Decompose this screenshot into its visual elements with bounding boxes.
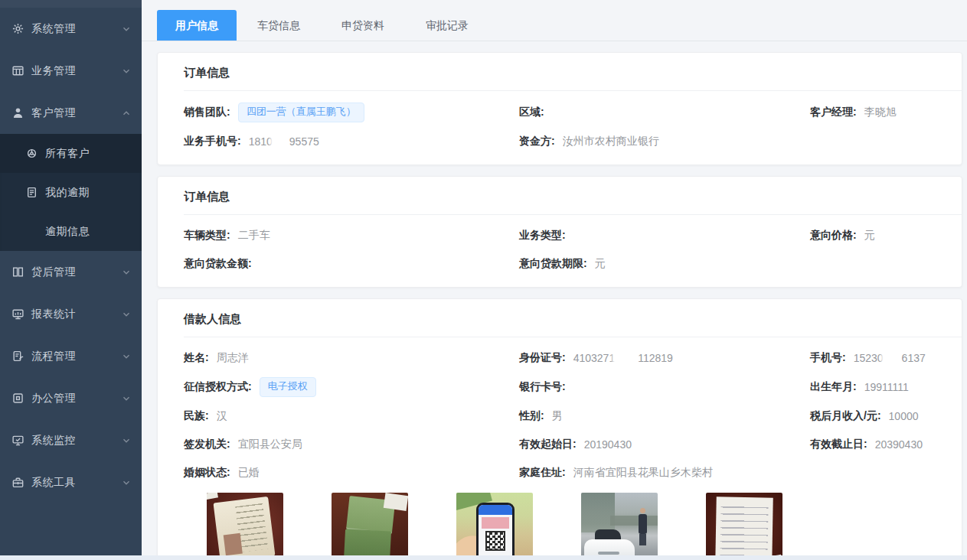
field-value: 宜阳县公安局 — [238, 438, 302, 451]
section-title: 借款人信息 — [184, 299, 962, 337]
field-marital-status: 婚姻状态: 已婚 — [184, 464, 519, 482]
chevron-down-icon — [122, 436, 131, 445]
field-label: 业务类型: — [519, 229, 566, 243]
field-home-address: 家庭住址: 河南省宜阳县花果山乡木柴村 — [519, 464, 810, 482]
chevron-down-icon — [122, 310, 131, 319]
field-label: 性别: — [519, 409, 544, 423]
monitor-chart-icon — [11, 308, 25, 321]
photo-id-card[interactable] — [207, 493, 283, 560]
field-value: 二手车 — [238, 229, 270, 243]
toolbox-icon — [11, 476, 25, 489]
sidebar-item-system-mgmt[interactable]: 系统管理 — [0, 8, 142, 50]
square-in-square-icon — [11, 392, 25, 405]
chevron-down-icon — [122, 394, 131, 403]
id-card-art — [214, 497, 276, 560]
field-label: 签发机关: — [184, 438, 230, 451]
field-value: 汝州市农村商业银行 — [563, 135, 659, 148]
field-label: 车辆类型: — [184, 229, 230, 243]
field-label: 区域: — [519, 106, 544, 119]
chevron-down-icon — [122, 67, 131, 76]
chevron-down-icon — [122, 478, 131, 487]
sidebar-item-customer-mgmt[interactable]: 客户管理 — [0, 92, 142, 134]
field-value: 19911111 — [864, 381, 909, 393]
sidebar-item-process-mgmt[interactable]: 流程管理 — [0, 335, 142, 377]
sidebar-item-label: 逾期信息 — [45, 225, 90, 239]
sidebar-item-system-tools[interactable]: 系统工具 — [0, 461, 142, 503]
field-intended-price: 意向价格: 元 — [810, 226, 946, 245]
document-photos: 身份证 驾驶证照片 — [207, 493, 946, 560]
field-label: 银行卡号: — [519, 380, 566, 394]
redaction-blur — [615, 353, 638, 363]
monitor-check-icon — [11, 434, 25, 447]
sidebar-item-office-mgmt[interactable]: 办公管理 — [0, 377, 142, 419]
sidebar-item-label: 办公管理 — [31, 392, 122, 405]
gear-icon — [11, 22, 25, 35]
field-funder: 资金方: 汝州市农村商业银行 — [519, 132, 810, 151]
photo-green-booklet[interactable] — [332, 493, 408, 560]
field-value: 152306137 — [854, 352, 926, 364]
sidebar-item-report-stats[interactable]: 报表统计 — [0, 293, 142, 335]
field-label: 家庭住址: — [519, 466, 566, 480]
field-intended-loan-term: 意向贷款期限: 元 — [519, 255, 810, 273]
tab-user-info[interactable]: 用户信息 — [157, 10, 237, 41]
sidebar-item-label: 客户管理 — [31, 106, 122, 120]
tab-car-loan-info[interactable]: 车贷信息 — [237, 10, 321, 41]
field-value: 李晓旭 — [864, 106, 897, 119]
field-label: 征信授权方式: — [184, 380, 252, 394]
field-label: 民族: — [184, 409, 209, 423]
sales-team-tag[interactable]: 四团一营（直属王鹏飞） — [238, 103, 364, 122]
horizontal-scrollbar[interactable] — [0, 555, 967, 560]
sidebar-item-postloan-mgmt[interactable]: 贷后管理 — [0, 251, 142, 293]
field-sales-team: 销售团队: 四团一营（直属王鹏飞） — [184, 103, 519, 122]
chevron-down-icon — [122, 268, 131, 277]
sidebar-item-all-customers[interactable]: 所有客户 — [0, 134, 142, 173]
field-ethnicity: 民族: 汉 — [184, 407, 519, 425]
photo-person-with-car[interactable] — [581, 493, 658, 560]
field-label: 销售团队: — [184, 106, 230, 119]
sidebar-item-label: 系统监控 — [31, 434, 122, 448]
sidebar-item-label: 所有客户 — [45, 147, 90, 161]
paper-art — [715, 497, 773, 560]
section-title: 订单信息 — [184, 53, 962, 91]
sidebar-top-strip — [0, 0, 142, 8]
field-label: 资金方: — [519, 135, 555, 148]
sidebar-item-system-monitor[interactable]: 系统监控 — [0, 419, 142, 461]
sidebar: 系统管理 业务管理 客户管理 所有客户 我的逾期 — [0, 0, 142, 555]
field-value: 元 — [595, 257, 606, 271]
field-value: 181095575 — [249, 135, 319, 148]
sidebar-item-label: 系统工具 — [31, 476, 122, 490]
field-label: 身份证号: — [519, 351, 566, 365]
field-value: 河南省宜阳县花果山乡木柴村 — [573, 466, 713, 480]
field-label: 出生年月: — [810, 380, 857, 394]
field-id-number: 身份证号: 4103271112819 — [519, 349, 810, 367]
field-label: 有效截止日: — [810, 438, 867, 451]
credit-auth-tag[interactable]: 电子授权 — [260, 377, 316, 397]
field-label: 姓名: — [184, 351, 209, 365]
field-biz-phone: 业务手机号: 181095575 — [184, 132, 519, 151]
sidebar-item-business-mgmt[interactable]: 业务管理 — [0, 50, 142, 92]
field-value: 已婚 — [238, 466, 260, 480]
field-name: 姓名: 周志洋 — [184, 349, 519, 367]
field-mobile-phone: 手机号: 152306137 — [810, 349, 946, 367]
field-label: 意向价格: — [810, 229, 857, 243]
main-content: 用户信息 车贷信息 申贷资料 审批记录 订单信息 销售团队: 四团一营（直属王鹏… — [142, 0, 967, 560]
field-label: 手机号: — [810, 351, 846, 365]
tab-loan-apply-docs[interactable]: 申贷资料 — [321, 10, 405, 41]
sidebar-item-label: 业务管理 — [31, 64, 122, 78]
grid-icon — [11, 64, 25, 77]
phone-art — [476, 503, 515, 560]
sidebar-item-my-overdue[interactable]: 我的逾期 — [0, 173, 142, 212]
photo-phone-qr-code[interactable] — [456, 493, 533, 560]
tab-approval-records[interactable]: 审批记录 — [405, 10, 489, 41]
field-label: 有效起始日: — [519, 438, 577, 451]
sidebar-item-overdue-info[interactable]: 逾期信息 — [0, 212, 142, 251]
document-edit-icon — [11, 350, 25, 363]
photo-handwritten-note[interactable] — [706, 493, 782, 560]
person-art — [638, 508, 647, 545]
field-vehicle-type: 车辆类型: 二手车 — [184, 226, 519, 245]
sidebar-item-label: 系统管理 — [31, 22, 122, 36]
list-icon — [25, 186, 38, 199]
field-gender: 性别: 男 — [519, 407, 810, 425]
field-region: 区域: — [519, 103, 810, 122]
sidebar-item-label: 报表统计 — [31, 308, 122, 321]
